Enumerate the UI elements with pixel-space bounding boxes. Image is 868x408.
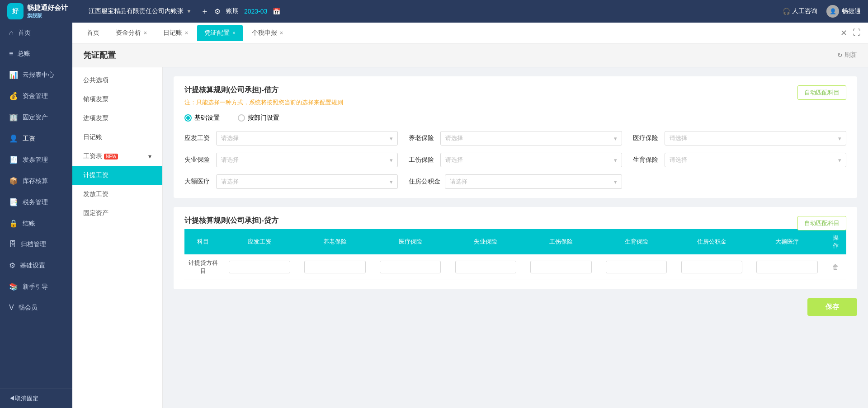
- sub-menu-journal[interactable]: 日记账: [72, 128, 162, 147]
- refresh-btn[interactable]: ↻ 刷新: [837, 51, 857, 59]
- settings-icon[interactable]: ⚙: [214, 7, 221, 16]
- company-name: 江西服宝精品有限责任公司内账张: [89, 7, 184, 15]
- col-injury: 工伤保险: [524, 229, 599, 254]
- input-medical[interactable]: [380, 261, 441, 273]
- sidebar-item-tax[interactable]: 📑 税务管理: [0, 192, 72, 213]
- tab-tax[interactable]: 个税申报 ×: [245, 25, 290, 41]
- tab-funds[interactable]: 资金分析 ×: [108, 25, 154, 41]
- input-salary[interactable]: [229, 261, 290, 273]
- credit-auto-match-btn[interactable]: 自动匹配科目: [797, 216, 846, 230]
- select-bigmedical-placeholder: 请选择: [221, 178, 239, 186]
- calendar-icon[interactable]: 📅: [273, 8, 280, 15]
- tab-funds-close[interactable]: ×: [144, 30, 147, 36]
- select-unemployment[interactable]: 请选择 ▾: [216, 153, 398, 167]
- save-btn[interactable]: 保存: [807, 298, 857, 316]
- add-icon[interactable]: ＋: [201, 6, 209, 17]
- radio-dept[interactable]: 按部门设置: [238, 114, 279, 122]
- salary-table-label: 工资表NEW: [83, 152, 118, 160]
- cell-injury-input[interactable]: [524, 254, 599, 280]
- select-injury[interactable]: 请选择 ▾: [440, 153, 622, 167]
- cell-medical-input[interactable]: [373, 254, 448, 280]
- sidebar-label-salary: 工资: [23, 135, 35, 143]
- sidebar-item-salary[interactable]: 👤 工资: [0, 128, 72, 149]
- sub-menu-salary-table[interactable]: 工资表NEW ▾: [72, 147, 162, 166]
- sidebar-item-vip[interactable]: V 畅会员: [0, 297, 72, 318]
- headset-icon: 🎧: [783, 8, 790, 15]
- app-name: 畅捷通好会计: [27, 4, 68, 12]
- cell-pension-input[interactable]: [297, 254, 373, 280]
- credit-section: 计提核算规则(公司承担)-贷方 自动匹配科目 科目 应发工资 养老保险 医疗保险: [174, 207, 857, 289]
- cell-action: 🗑: [825, 254, 846, 280]
- form-item-unemployment: 失业保险 请选择 ▾: [184, 153, 398, 167]
- sidebar-label-ledger: 总账: [18, 50, 30, 58]
- sidebar-item-home[interactable]: ⌂ 首页: [0, 23, 72, 43]
- sidebar-item-archive[interactable]: 🗄 归档管理: [0, 234, 72, 255]
- cell-salary-input[interactable]: [222, 254, 297, 280]
- ai-consult-btn[interactable]: 🎧 人工咨询: [783, 7, 817, 15]
- label-injury: 工伤保险: [409, 156, 436, 164]
- select-pension[interactable]: 请选择 ▾: [440, 131, 622, 145]
- sub-menu-accrual[interactable]: 计提工资: [72, 166, 162, 185]
- company-selector[interactable]: 江西服宝精品有限责任公司内账张 ▼: [89, 7, 192, 15]
- ledger-icon: ≡: [9, 50, 13, 58]
- cell-unemployment-input[interactable]: [448, 254, 524, 280]
- sub-menu-purchase-invoice[interactable]: 进项发票: [72, 109, 162, 128]
- input-pension[interactable]: [304, 261, 366, 273]
- col-unemployment: 失业保险: [448, 229, 524, 254]
- cell-maternity-input[interactable]: [599, 254, 674, 280]
- tab-journal[interactable]: 日记账 ×: [156, 25, 195, 41]
- sidebar-item-funds[interactable]: 💰 资金管理: [0, 85, 72, 107]
- label-medical: 医疗保险: [633, 134, 660, 142]
- sub-menu-payment[interactable]: 发放工资: [72, 185, 162, 204]
- sub-menu-fixed-assets[interactable]: 固定资产: [72, 204, 162, 223]
- page-title: 凭证配置: [83, 50, 116, 61]
- tab-home[interactable]: 首页: [80, 25, 107, 41]
- sidebar-item-settings[interactable]: ⚙ 基础设置: [0, 255, 72, 276]
- user-menu[interactable]: 👤 畅捷通: [826, 5, 861, 18]
- sidebar-item-close[interactable]: 🔒 结账: [0, 213, 72, 234]
- sidebar: ⌂ 首页 ≡ 总账 📊 云报表中心 💰 资金管理 🏢 固定资产 👤 工资 🧾 发…: [0, 23, 72, 408]
- sub-menu-common[interactable]: 公共选项: [72, 71, 162, 90]
- sidebar-label-tax: 税务管理: [23, 198, 48, 206]
- sidebar-item-ledger[interactable]: ≡ 总账: [0, 43, 72, 64]
- tab-close-all-icon[interactable]: ✕: [840, 28, 847, 38]
- sidebar-item-reports[interactable]: 📊 云报表中心: [0, 64, 72, 85]
- input-housing[interactable]: [681, 261, 743, 273]
- tab-journal-close[interactable]: ×: [185, 30, 188, 36]
- cancel-fixed-btn[interactable]: ◀取消固定: [0, 389, 72, 408]
- label-salary: 应发工资: [184, 134, 212, 142]
- debit-form-grid: 应发工资 请选择 ▾ 养老保险 请选择 ▾: [184, 131, 846, 189]
- sidebar-item-invoice[interactable]: 🧾 发票管理: [0, 149, 72, 170]
- select-bigmedical[interactable]: 请选择 ▾: [216, 174, 398, 189]
- select-housing-arrow: ▾: [614, 178, 617, 185]
- select-maternity[interactable]: 请选择 ▾: [665, 153, 846, 167]
- input-injury[interactable]: [530, 261, 592, 273]
- cell-bigmedical-input[interactable]: [750, 254, 825, 280]
- cell-housing-input[interactable]: [674, 254, 750, 280]
- top-bar-right: 🎧 人工咨询 👤 畅捷通: [783, 5, 861, 18]
- select-salary[interactable]: 请选择 ▾: [216, 131, 398, 145]
- col-salary: 应发工资: [222, 229, 297, 254]
- tab-voucher[interactable]: 凭证配置 ×: [197, 25, 243, 41]
- input-maternity[interactable]: [606, 261, 667, 273]
- radio-basic[interactable]: 基础设置: [184, 114, 220, 122]
- debit-auto-match-btn[interactable]: 自动匹配科目: [797, 85, 846, 100]
- select-housing[interactable]: 请选择 ▾: [445, 174, 622, 189]
- input-bigmedical[interactable]: [756, 261, 818, 273]
- select-medical[interactable]: 请选择 ▾: [665, 131, 846, 145]
- tab-fullscreen-icon[interactable]: ⛶: [853, 28, 861, 38]
- top-bar-center: ＋ ⚙ 账期 2023-03 📅: [201, 6, 280, 17]
- sidebar-item-inventory[interactable]: 📦 库存核算: [0, 170, 72, 192]
- sub-menu-sales-invoice[interactable]: 销项发票: [72, 90, 162, 109]
- delete-row-icon[interactable]: 🗑: [832, 263, 839, 271]
- sidebar-item-assets[interactable]: 🏢 固定资产: [0, 107, 72, 128]
- sidebar-label-home: 首页: [18, 29, 31, 37]
- tab-tax-close[interactable]: ×: [280, 30, 283, 36]
- sidebar-item-guide[interactable]: 📚 新手引导: [0, 276, 72, 297]
- funds-icon: 💰: [9, 92, 18, 100]
- home-icon: ⌂: [9, 29, 14, 37]
- tab-voucher-close[interactable]: ×: [232, 30, 236, 36]
- label-unemployment: 失业保险: [184, 156, 212, 164]
- tab-actions: ✕ ⛶: [840, 28, 861, 38]
- input-unemployment[interactable]: [455, 261, 517, 273]
